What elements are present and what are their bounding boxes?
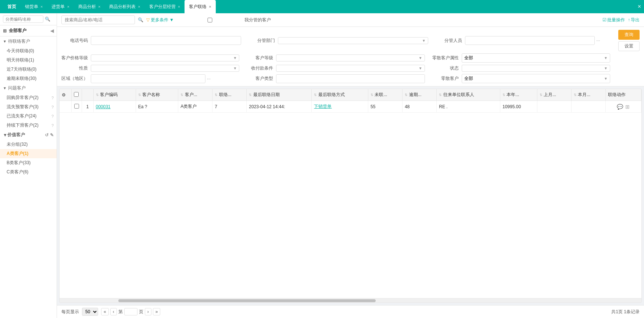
contact-action-column-header[interactable]: 联络动作 — [605, 89, 641, 101]
sidebar-item-class-c[interactable]: C类客户(6) — [0, 167, 57, 177]
more-icon[interactable]: ··· — [595, 38, 601, 43]
query-button[interactable]: 查询 — [618, 30, 640, 40]
sidebar-item-churned[interactable]: 已流失客户(24) ? — [0, 112, 57, 121]
filter-row-3: 性质 ▼ 收付款条件 ▼ 状态 — [61, 65, 640, 72]
this-month-column-header[interactable]: ⇅ 本月... — [571, 89, 605, 101]
setting-button[interactable]: 设置 — [618, 41, 640, 51]
row-select-checkbox[interactable] — [74, 104, 79, 109]
refresh-icon[interactable]: ↺ — [45, 132, 49, 138]
grid-icon: ⊞ — [3, 28, 7, 33]
close-icon[interactable]: × — [209, 4, 211, 9]
close-icon[interactable]: × — [178, 4, 180, 9]
row-last-contact-method[interactable]: 下销货单 — [312, 101, 368, 113]
no-contact-column-header[interactable]: ⇅ 未联... — [368, 89, 402, 101]
customer-code-column-header[interactable]: ⇅ 客户编码 — [93, 89, 136, 101]
settings-column-header[interactable]: ⚙ — [60, 89, 71, 101]
sort-icon: ⇅ — [574, 93, 577, 97]
customer-type-input[interactable] — [276, 74, 425, 83]
manager-input[interactable] — [465, 36, 595, 45]
next-page-button[interactable]: › — [145, 308, 151, 315]
tab-sales[interactable]: 销货单 × — [21, 0, 47, 13]
sidebar-item-abnormal-repurchase[interactable]: 回购异常客户(2) ? — [0, 93, 57, 102]
help-icon[interactable]: ? — [51, 96, 54, 100]
grid-action-icon[interactable]: ⊞ — [625, 104, 630, 110]
checkbox-column-header[interactable] — [71, 89, 82, 101]
sidebar-search-input[interactable] — [3, 15, 43, 23]
tab-purchase[interactable]: 进货单 × — [47, 0, 74, 13]
help-icon[interactable]: ? — [51, 123, 54, 128]
customer-name-column-header[interactable]: ⇅ 客户名称 — [136, 89, 178, 101]
my-customers-checkbox[interactable] — [177, 18, 243, 22]
chat-action-icon[interactable]: 💬 — [617, 104, 623, 110]
payment-select[interactable]: ▼ — [276, 65, 425, 72]
select-all-checkbox[interactable] — [74, 92, 79, 97]
close-icon[interactable]: × — [138, 4, 140, 9]
tab-product-analysis-list[interactable]: 商品分析列表 × — [105, 0, 144, 13]
sidebar-item-churn-warning[interactable]: 流失预警客户(3) ? — [0, 102, 57, 112]
search-icon[interactable]: 🔍 — [138, 17, 143, 22]
section-value-customers[interactable]: ▼ 价值客户 ↺ ✎ — [0, 130, 57, 140]
nature-select[interactable]: ▼ — [91, 65, 239, 72]
row-customer-code[interactable]: 000031 — [93, 101, 136, 113]
page-size-select[interactable]: 50 — [82, 308, 98, 316]
prev-page-button[interactable]: ‹ — [110, 308, 117, 315]
close-icon[interactable]: × — [40, 4, 43, 9]
last-contact-date-column-header[interactable]: ⇅ 最后联络日期 — [247, 89, 312, 101]
dept-label: 分管部门 — [248, 38, 278, 44]
help-icon[interactable]: ? — [51, 105, 54, 109]
table-scroll-area[interactable]: ⚙ ⇅ 客户编码 ⇅ 客户名称 — [60, 89, 641, 298]
export-icon: ↑ — [628, 17, 630, 22]
sidebar-item-today-contact[interactable]: 今天待联络(0) — [0, 46, 57, 56]
scrollbar-thumb[interactable] — [118, 299, 376, 302]
retail-customer-select[interactable]: 全部 ▼ — [462, 74, 610, 83]
current-page-input[interactable]: 1 — [124, 308, 137, 315]
batch-operation-button[interactable]: ☑ 批量操作 — [602, 17, 625, 23]
last-page-button[interactable]: » — [153, 308, 161, 315]
more-icon[interactable]: ··· — [205, 76, 212, 81]
phone-input[interactable] — [91, 36, 241, 45]
customer-type-column-header[interactable]: ⇅ 客户... — [178, 89, 212, 101]
overdue-column-header[interactable]: ⇅ 逾期... — [402, 89, 437, 101]
tab-home[interactable]: 首页 — [3, 0, 21, 13]
last-month-column-header[interactable]: ⇅ 上月... — [537, 89, 571, 101]
sort-icon: ⇅ — [540, 93, 543, 97]
sidebar-item-tomorrow-contact[interactable]: 明天待联络(1) — [0, 56, 57, 65]
sidebar-item-class-b[interactable]: B类客户(33) — [0, 158, 57, 167]
tab-customer-contact[interactable]: 客户联络 × — [185, 0, 215, 13]
row-checkbox[interactable] — [71, 101, 82, 113]
close-all-tabs-button[interactable]: × — [638, 3, 641, 10]
sidebar-item-declining[interactable]: 持续下滑客户(2) ? — [0, 121, 57, 130]
region-input[interactable] — [91, 74, 205, 83]
this-year-column-header[interactable]: ⇅ 本年... — [500, 89, 537, 101]
first-page-button[interactable]: « — [101, 308, 109, 315]
tab-customer-segment[interactable]: 客户分层经营 × — [145, 0, 185, 13]
customer-level-select[interactable]: ▼ — [276, 54, 425, 61]
section-pending-contact[interactable]: ▼ 待联络客户 — [0, 36, 57, 46]
sidebar-search-icon[interactable]: 🔍 — [45, 17, 50, 22]
sidebar-item-class-a[interactable]: A类客户(1) — [0, 149, 57, 158]
section-problem-customers[interactable]: ▼ 问题客户 — [0, 83, 57, 93]
my-customers-checkbox-label[interactable]: 我分管的客户 — [177, 17, 271, 23]
sidebar-item-7days-contact[interactable]: 近7天待联络(0) — [0, 65, 57, 74]
edit-icon[interactable]: ✎ — [50, 132, 54, 138]
contact-column-header[interactable]: ⇅ 联络... — [212, 89, 247, 101]
retail-attr-select[interactable]: 全部 ▼ — [462, 53, 610, 63]
export-button[interactable]: ↑ 导出 — [628, 17, 640, 23]
close-icon[interactable]: × — [98, 4, 100, 9]
status-select[interactable]: ▼ — [462, 65, 610, 72]
price-level-select[interactable]: ▼ — [91, 54, 239, 61]
help-icon[interactable]: ? — [51, 114, 54, 119]
search-input[interactable] — [61, 15, 135, 24]
dept-select[interactable]: ▼ — [278, 37, 428, 44]
tab-product-analysis[interactable]: 商品分析 × — [74, 0, 105, 13]
sidebar-item-overdue-contact[interactable]: 逾期未联络(30) — [0, 74, 57, 83]
filter-cell-nature: 性质 ▼ — [61, 65, 239, 72]
sidebar-item-no-group[interactable]: 未分组(32) — [0, 140, 57, 149]
chevron-down-icon: ▼ — [604, 66, 608, 70]
horizontal-scrollbar[interactable] — [60, 298, 641, 303]
collapse-sidebar-icon[interactable]: ◀ — [50, 28, 54, 33]
unit-contact-column-header[interactable]: ⇅ 往来单位联系人 — [437, 89, 500, 101]
close-icon[interactable]: × — [67, 4, 69, 9]
more-conditions-button[interactable]: ▽ 更多条件 ▼ — [146, 17, 174, 23]
last-contact-method-column-header[interactable]: ⇅ 最后联络方式 — [312, 89, 368, 101]
